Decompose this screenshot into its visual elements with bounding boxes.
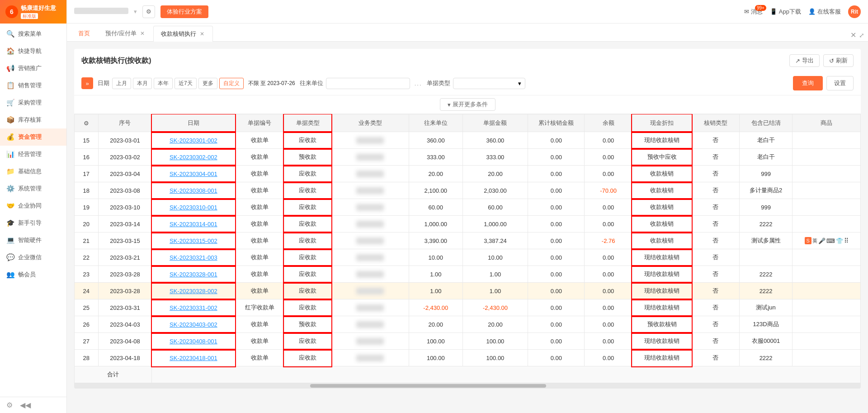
sidebar-item-basic[interactable]: 📁 基础信息 xyxy=(0,163,66,180)
table-row[interactable]: 18 2023-03-08 SK-20230308-001 收款单 应收款 2,… xyxy=(75,182,861,199)
table-row[interactable]: 19 2023-03-10 SK-20230310-001 收款单 应收款 60… xyxy=(75,199,861,216)
date-last-month[interactable]: 上月 xyxy=(112,78,131,89)
topbar-settings-button[interactable]: ⚙ xyxy=(142,5,155,18)
expand-more-button[interactable]: ▾ 展开更多条件 xyxy=(440,98,495,111)
tab-home[interactable]: 首页 xyxy=(71,25,98,41)
cell-order-no[interactable]: SK-20230328-002 xyxy=(152,283,235,299)
sidebar-item-search[interactable]: 🔍 搜索菜单 xyxy=(0,25,66,43)
sidebar-item-hardware[interactable]: 💻 智能硬件 xyxy=(0,232,66,249)
sidebar-item-guide[interactable]: 🎓 新手引导 xyxy=(0,214,66,232)
cell-order-no[interactable]: SK-20230302-002 xyxy=(152,149,235,166)
order-no-link[interactable]: SK-20230408-001 xyxy=(170,338,217,345)
table-row[interactable]: 21 2023-03-15 SK-20230315-002 收款单 应收款 3,… xyxy=(75,233,861,249)
date-last-7days[interactable]: 近7天 xyxy=(175,78,197,89)
date-this-month[interactable]: 本月 xyxy=(133,78,152,89)
table-row[interactable]: 17 2023-03-04 SK-20230304-001 收款单 应收款 20… xyxy=(75,166,861,182)
cell-order-no[interactable]: SK-20230408-001 xyxy=(152,333,235,350)
cell-discount: 0.00 xyxy=(585,316,632,333)
table-row[interactable]: 25 2023-03-31 SK-20230331-002 红字收款单 应收款 … xyxy=(75,299,861,316)
refresh-button[interactable]: ↺ 刷新 xyxy=(823,54,854,67)
tab-advance-payment-close[interactable]: ✕ xyxy=(139,30,146,37)
date-label: 日期 xyxy=(98,79,109,87)
sidebar-item-inventory[interactable]: 📦 库存核算 xyxy=(0,111,66,128)
chevron-down-icon: ▾ xyxy=(518,80,521,87)
user-avatar[interactable]: Rit xyxy=(848,5,861,18)
cell-order-no[interactable]: SK-20230308-001 xyxy=(152,182,235,199)
order-no-link[interactable]: SK-20230328-001 xyxy=(170,271,217,278)
cell-order-no[interactable]: SK-20230331-002 xyxy=(152,299,235,316)
window-maximize-icon[interactable]: ⤢ xyxy=(859,32,864,39)
sidebar-item-enterprise[interactable]: 🤝 企业协同 xyxy=(0,197,66,214)
cell-balance: 0.00 xyxy=(528,199,585,216)
sidebar-item-purchase[interactable]: 🛒 采购管理 xyxy=(0,94,66,111)
col-header-settings[interactable]: ⚙ xyxy=(75,114,99,132)
sidebar-item-system[interactable]: ⚙️ 系统管理 xyxy=(0,180,66,197)
sidebar-item-weixin[interactable]: 💬 企业微信 xyxy=(0,249,66,266)
order-no-link[interactable]: SK-20230321-003 xyxy=(170,254,217,261)
logo-icon: 6 xyxy=(5,5,18,18)
sidebar-collapse-icon[interactable]: ◀◀ xyxy=(20,401,31,409)
marketing-icon: 📢 xyxy=(6,64,14,72)
cell-order-no[interactable]: SK-20230315-002 xyxy=(152,233,235,249)
cell-order-no[interactable]: SK-20230304-001 xyxy=(152,166,235,182)
cell-cancel-amount: 1.00 xyxy=(462,283,528,299)
table-row[interactable]: 22 2023-03-21 SK-20230321-003 收款单 应收款 10… xyxy=(75,249,861,266)
solution-button[interactable]: 体验行业方案 xyxy=(160,5,208,18)
tab-collect-writeoff-close[interactable]: ✕ xyxy=(199,31,205,37)
order-no-link[interactable]: SK-20230328-002 xyxy=(170,288,217,294)
sidebar-item-sales[interactable]: 📋 销售管理 xyxy=(0,77,66,94)
query-button[interactable]: 查询 xyxy=(793,76,823,90)
tab-collect-writeoff[interactable]: 收款核销执行 ✕ xyxy=(153,26,213,42)
cell-order-no[interactable]: SK-20230328-001 xyxy=(152,266,235,283)
cell-settled: 否 xyxy=(692,316,739,333)
cell-balance: 0.00 xyxy=(528,149,585,166)
order-no-link[interactable]: SK-20230308-001 xyxy=(170,187,217,194)
message-button[interactable]: ✉ 消息 99+ xyxy=(744,8,763,16)
online-service-button[interactable]: 👤 在线客服 xyxy=(808,8,841,16)
order-no-link[interactable]: SK-20230314-001 xyxy=(170,221,217,228)
order-no-link[interactable]: SK-20230302-002 xyxy=(170,154,217,161)
table-row[interactable]: 23 2023-03-28 SK-20230328-001 收款单 应收款 1.… xyxy=(75,266,861,283)
cell-order-no[interactable]: SK-20230321-003 xyxy=(152,249,235,266)
sidebar-item-marketing[interactable]: 📢 营销推广 xyxy=(0,60,66,77)
topbar-dropdown[interactable]: ▾ xyxy=(134,8,137,15)
cell-order-no[interactable]: SK-20230418-001 xyxy=(152,350,235,366)
table-row[interactable]: 16 2023-03-02 SK-20230302-002 收款单 预收款 33… xyxy=(75,149,861,166)
scrollbar-thumb[interactable] xyxy=(310,384,546,388)
cell-order-no[interactable]: SK-20230301-002 xyxy=(152,132,235,149)
table-row[interactable]: 20 2023-03-14 SK-20230314-001 收款单 应收款 1,… xyxy=(75,216,861,233)
sidebar-settings-icon[interactable]: ⚙ xyxy=(6,401,13,409)
tab-advance-payment[interactable]: 预付/应付单 ✕ xyxy=(98,25,153,41)
cell-order-no[interactable]: SK-20230310-001 xyxy=(152,199,235,216)
filter-settings-button[interactable]: 设置 xyxy=(826,76,854,90)
cell-order-no[interactable]: SK-20230314-001 xyxy=(152,216,235,233)
order-no-link[interactable]: SK-20230310-001 xyxy=(170,204,217,211)
order-no-link[interactable]: SK-20230403-002 xyxy=(170,321,217,328)
cell-order-no[interactable]: SK-20230403-002 xyxy=(152,316,235,333)
sidebar-item-operation[interactable]: 📊 经营管理 xyxy=(0,146,66,163)
sidebar-item-finance[interactable]: 💰 资金管理 xyxy=(0,128,66,146)
table-row[interactable]: 26 2023-04-03 SK-20230403-002 收款单 预收款 20… xyxy=(75,316,861,333)
filter-collapse-button[interactable]: » xyxy=(81,77,93,89)
partner-input[interactable] xyxy=(326,78,410,89)
table-row[interactable]: 15 2023-03-01 SK-20230301-002 收款单 应收款 36… xyxy=(75,132,861,149)
order-no-link[interactable]: SK-20230304-001 xyxy=(170,171,217,177)
app-download-button[interactable]: 📱 App下载 xyxy=(770,8,801,16)
order-no-link[interactable]: SK-20230315-002 xyxy=(170,237,217,244)
export-button[interactable]: ↗ 导出 xyxy=(789,54,820,67)
sidebar-item-member[interactable]: 👥 畅会员 xyxy=(0,266,66,283)
date-this-year[interactable]: 本年 xyxy=(154,78,173,89)
sidebar-item-shortcut[interactable]: 🏠 快捷导航 xyxy=(0,43,66,60)
order-no-link[interactable]: SK-20230418-001 xyxy=(170,355,217,361)
order-no-link[interactable]: SK-20230331-002 xyxy=(170,304,217,311)
window-close-icon[interactable]: ✕ xyxy=(850,31,856,39)
date-custom[interactable]: 自定义 xyxy=(219,78,244,89)
horizontal-scrollbar[interactable] xyxy=(74,383,861,389)
order-no-link[interactable]: SK-20230301-002 xyxy=(170,137,217,144)
table-settings-icon[interactable]: ⚙ xyxy=(84,120,89,127)
voucher-type-select[interactable]: ▾ xyxy=(453,78,525,89)
table-row[interactable]: 24 2023-03-28 SK-20230328-002 收款单 应收款 1.… xyxy=(75,283,861,299)
table-row[interactable]: 27 2023-04-08 SK-20230408-001 收款单 应收款 10… xyxy=(75,333,861,350)
table-row[interactable]: 28 2023-04-18 SK-20230418-001 收款单 应收款 10… xyxy=(75,350,861,366)
date-more[interactable]: 更多 xyxy=(198,78,217,89)
